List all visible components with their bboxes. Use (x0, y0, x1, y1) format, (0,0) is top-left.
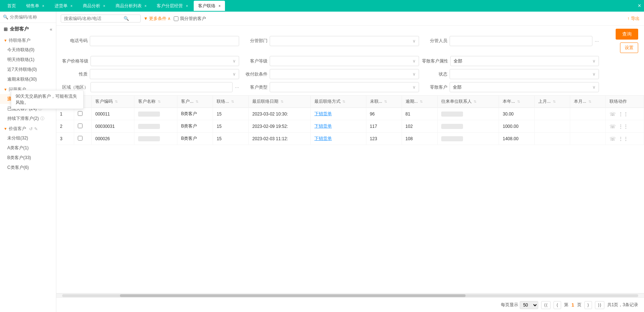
more-action-icon[interactable]: ⋮⋮ (618, 136, 628, 142)
close-customer-layer-icon[interactable]: × (186, 4, 188, 8)
tab-purchase[interactable]: 进货单 × (50, 1, 77, 11)
filter-retail-attr-value: 全部 (454, 58, 462, 64)
thismonth-sort-icon[interactable]: ⇅ (588, 100, 591, 104)
overdue-sort-icon[interactable]: ⇅ (420, 100, 423, 104)
uncontacted-sort-icon[interactable]: ⇅ (384, 100, 387, 104)
top-navigation: 首页 销售单 × 进货单 × 商品分析 × 商品分析列表 × 客户分层经营 × … (0, 0, 644, 12)
sidebar-item-ungroup[interactable]: 未分组(32) (0, 133, 56, 143)
setting-button[interactable]: 设置 (620, 42, 638, 53)
sidebar-item-overdue-contact[interactable]: 逾期未联络(30) (0, 74, 56, 84)
name-sort-icon[interactable]: ⇅ (158, 100, 161, 104)
sidebar-item-classB[interactable]: B类客户(33) (0, 153, 56, 163)
filter-retail-attr-select[interactable]: 全部 ∨ (450, 56, 599, 66)
cell-index: 2 (56, 120, 74, 133)
col-lastdate-header: 最后联络日期 ⇅ (249, 96, 311, 108)
close-analysis-icon[interactable]: × (103, 4, 105, 8)
query-button[interactable]: 查询 (616, 29, 638, 40)
more-conditions-button[interactable]: ▼ 更多条件 ∧ (144, 16, 171, 22)
tab-analysis-list[interactable]: 商品分析列表 × (111, 1, 151, 11)
tab-home[interactable]: 首页 (3, 1, 20, 11)
sidebar-item-week[interactable]: 近7天待联络(0) (0, 65, 56, 74)
more-action-icon[interactable]: ⋮⋮ (618, 111, 628, 117)
contact-sort-icon[interactable]: ⇅ (231, 100, 234, 104)
sidebar-item-declining[interactable]: 持续下滑客户(2) ⓘ (0, 114, 56, 123)
filter-price-level: 客户价格等级 ∨ (62, 56, 239, 66)
sidebar-item-tomorrow[interactable]: 明天待联络(1) (0, 55, 56, 65)
contact-action-icon[interactable]: ☏ (609, 123, 616, 129)
cell-thisyear: 1000.00 (499, 120, 535, 133)
prev-page-button[interactable]: ⟨ (554, 301, 561, 309)
col-overdue-label: 逾期... (406, 99, 418, 104)
my-customers-checkbox[interactable] (174, 16, 178, 21)
tab-sales[interactable]: 销售单 × (22, 1, 49, 11)
last-method-link[interactable]: 下销货单 (314, 136, 332, 141)
cell-unit-contact (437, 120, 499, 133)
unit-contact-blurred (441, 124, 463, 129)
row-checkbox[interactable] (78, 123, 82, 128)
refresh-value-icon[interactable]: ↺ (29, 126, 33, 131)
first-page-button[interactable]: ⟨⟨ (541, 301, 551, 309)
filter-retail-cust-select[interactable]: 全部 ∨ (450, 82, 599, 92)
region-dots-icon[interactable]: ··· (235, 84, 239, 90)
close-purchase-icon[interactable]: × (71, 4, 73, 8)
close-analysis-list-icon[interactable]: × (145, 4, 147, 8)
close-all-button[interactable]: × (638, 3, 641, 9)
contact-action-icon[interactable]: ☏ (609, 111, 616, 117)
sidebar-group-value[interactable]: ▼ 价值客户 ↺ ✎ (0, 123, 56, 133)
lastdate-sort-icon[interactable]: ⇅ (281, 100, 283, 104)
horizontal-scrollbar[interactable] (56, 293, 644, 297)
filter-phone-input[interactable] (90, 36, 239, 46)
manager-dots-icon[interactable]: ··· (595, 38, 599, 44)
last-page-button[interactable]: ⟩⟩ (595, 301, 604, 309)
my-customers-toggle[interactable]: 我分管的客户 (174, 16, 206, 22)
sidebar-item-classC[interactable]: C类客户(6) (0, 163, 56, 173)
scroll-thumb[interactable] (120, 294, 466, 297)
col-lastmethod-label: 最后联络方式 (314, 99, 341, 104)
filter-dept-select[interactable]: ∨ (270, 36, 419, 46)
tab-analysis[interactable]: 商品分析 × (79, 1, 110, 11)
sidebar-item-classA[interactable]: A类客户(1) (0, 143, 56, 153)
contact-action-icon[interactable]: ☏ (609, 136, 616, 142)
filter-price-level-select[interactable]: ∨ (90, 56, 239, 66)
query-setting-wrap: 查询 设置 (602, 29, 638, 53)
code-sort-icon[interactable]: ⇅ (115, 100, 118, 104)
filter-status-select[interactable]: ∨ (450, 69, 599, 79)
lastmonth-sort-icon[interactable]: ⇅ (553, 100, 556, 104)
sidebar-search-input[interactable] (10, 15, 56, 20)
scroll-track[interactable] (62, 294, 638, 297)
filter-nature-select[interactable]: ∨ (90, 69, 239, 79)
filter-phone-label: 电话号码 (62, 38, 88, 44)
lastmethod-sort-icon[interactable]: ⇅ (342, 100, 345, 104)
last-method-link[interactable]: 下销货单 (314, 123, 332, 129)
cell-checkbox (74, 120, 92, 133)
close-sales-icon[interactable]: × (42, 4, 44, 8)
type-sort-icon[interactable]: ⇅ (196, 100, 198, 104)
export-button[interactable]: ↑ 导出 (627, 16, 640, 22)
filter-customer-level-select[interactable]: ∨ (270, 56, 419, 66)
collapse-sidebar-icon[interactable]: « (50, 27, 52, 32)
filter-payment-select[interactable]: ∨ (270, 69, 419, 79)
tab-customer-layer[interactable]: 客户分层经营 × (152, 1, 192, 11)
sidebar-all-customers[interactable]: ⊞ 全部客户 « (0, 23, 56, 35)
search-input[interactable] (64, 16, 122, 21)
more-conditions-label: 更多条件 (149, 16, 166, 22)
filter-region-input[interactable] (90, 82, 233, 92)
filter-row-4: 区域（地区） ··· 客户类型 ∨ 零散客户 全部 (62, 82, 638, 92)
close-customer-contact-icon[interactable]: × (218, 4, 221, 8)
next-page-button[interactable]: ⟩ (584, 301, 592, 309)
row-checkbox[interactable] (78, 111, 82, 116)
filter-cust-type-label: 客户类型 (242, 84, 267, 90)
per-page-select[interactable]: 50 100 200 (520, 301, 538, 309)
last-method-link[interactable]: 下销货单 (314, 111, 332, 116)
search-button[interactable]: 🔍 (124, 16, 129, 21)
more-action-icon[interactable]: ⋮⋮ (618, 123, 628, 129)
filter-manager-select[interactable] (450, 36, 592, 46)
filter-cust-type-select[interactable]: ∨ (270, 82, 419, 92)
unitcontact-sort-icon[interactable]: ⇅ (474, 100, 476, 104)
row-checkbox[interactable] (78, 136, 82, 141)
sidebar-group-pending[interactable]: ▼ 待联络客户 (0, 35, 56, 45)
sidebar-item-today[interactable]: 今天待联络(0) (0, 45, 56, 55)
edit-value-icon[interactable]: ✎ (34, 126, 38, 131)
thisyear-sort-icon[interactable]: ⇅ (517, 100, 520, 104)
tab-customer-contact[interactable]: 客户联络 × (194, 1, 225, 11)
